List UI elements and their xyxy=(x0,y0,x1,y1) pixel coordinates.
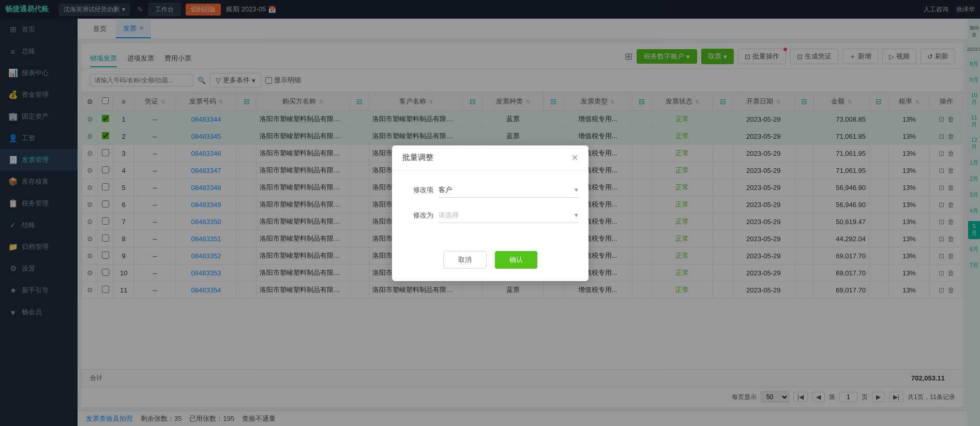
modify-field-row: 修改项 客户 ▾ xyxy=(402,183,578,198)
modal-overlay[interactable]: 批量调整 ✕ 修改项 客户 ▾ 修改为 请选择 ▾ 取消 确认 xyxy=(0,0,980,426)
modify-to-label: 修改为 xyxy=(402,211,433,220)
modal-body: 修改项 客户 ▾ 修改为 请选择 ▾ xyxy=(392,170,589,246)
modify-field-value: 客户 xyxy=(439,185,452,195)
modify-to-select[interactable]: 请选择 ▾ xyxy=(439,208,578,223)
cancel-button[interactable]: 取消 xyxy=(443,251,487,269)
batch-adjust-modal: 批量调整 ✕ 修改项 客户 ▾ 修改为 请选择 ▾ 取消 确认 xyxy=(392,145,589,281)
confirm-button[interactable]: 确认 xyxy=(495,251,537,269)
modify-field-label: 修改项 xyxy=(402,185,433,195)
modal-title: 批量调整 xyxy=(402,153,433,163)
modify-to-row: 修改为 请选择 ▾ xyxy=(402,208,578,223)
modify-field-select[interactable]: 客户 ▾ xyxy=(439,183,578,198)
modal-close-button[interactable]: ✕ xyxy=(571,153,578,163)
modify-to-dropdown-icon: ▾ xyxy=(575,211,578,219)
modify-to-placeholder: 请选择 xyxy=(439,211,459,220)
modal-footer: 取消 确认 xyxy=(392,246,589,281)
modify-field-dropdown-icon: ▾ xyxy=(575,186,578,194)
modal-header: 批量调整 ✕ xyxy=(392,145,589,170)
